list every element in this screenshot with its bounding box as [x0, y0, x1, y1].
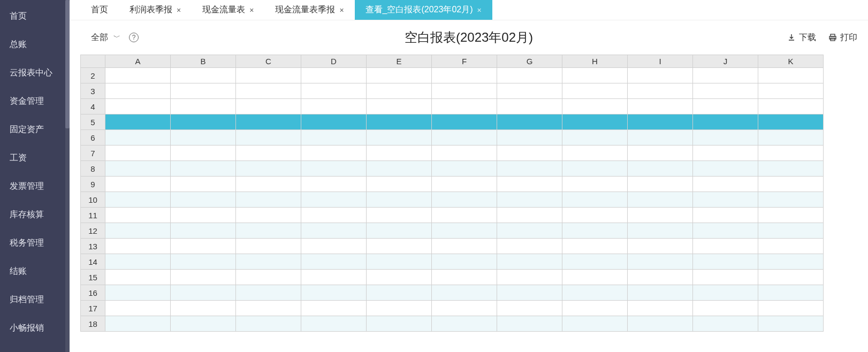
cell[interactable]	[693, 177, 758, 192]
cell[interactable]	[236, 208, 301, 223]
cell[interactable]	[562, 285, 628, 301]
row-header[interactable]: 14	[81, 254, 105, 270]
cell[interactable]	[628, 285, 693, 301]
cell[interactable]	[758, 68, 824, 83]
cell[interactable]	[628, 316, 693, 332]
cell[interactable]	[758, 239, 824, 254]
row-header[interactable]: 13	[81, 239, 105, 254]
cell[interactable]	[367, 130, 432, 146]
cell[interactable]	[562, 99, 628, 114]
cell[interactable]	[367, 301, 432, 316]
cell[interactable]	[367, 192, 432, 208]
cell[interactable]	[562, 208, 628, 223]
sidebar-item-fixed-assets[interactable]: 固定资产	[0, 116, 70, 144]
cell[interactable]	[497, 285, 562, 301]
cell[interactable]	[105, 254, 171, 270]
cell[interactable]	[497, 316, 562, 332]
cell[interactable]	[628, 192, 693, 208]
cell[interactable]	[301, 239, 367, 254]
cell[interactable]	[432, 239, 497, 254]
tab-profit-quarterly[interactable]: 利润表季报 ×	[119, 0, 192, 20]
cell[interactable]	[432, 83, 497, 99]
cell[interactable]	[628, 68, 693, 83]
cell[interactable]	[432, 285, 497, 301]
cell[interactable]	[301, 177, 367, 192]
cell[interactable]	[171, 68, 236, 83]
cell[interactable]	[758, 130, 824, 146]
cell[interactable]	[562, 130, 628, 146]
cell[interactable]	[367, 177, 432, 192]
cell[interactable]	[628, 208, 693, 223]
cell[interactable]	[497, 192, 562, 208]
cell[interactable]	[497, 68, 562, 83]
cell[interactable]	[367, 114, 432, 130]
cell[interactable]	[758, 99, 824, 114]
cell[interactable]	[367, 83, 432, 99]
cell[interactable]	[628, 270, 693, 285]
cell[interactable]	[497, 239, 562, 254]
cell[interactable]	[628, 146, 693, 161]
cell[interactable]	[693, 285, 758, 301]
help-icon[interactable]: ?	[129, 33, 139, 42]
cell[interactable]	[236, 68, 301, 83]
cell[interactable]	[693, 316, 758, 332]
download-button[interactable]: 下载	[787, 32, 816, 43]
tab-cashflow[interactable]: 现金流量表 ×	[192, 0, 264, 20]
cell[interactable]	[367, 254, 432, 270]
cell[interactable]	[562, 177, 628, 192]
row-header[interactable]: 8	[81, 161, 105, 177]
cell[interactable]	[367, 161, 432, 177]
cell[interactable]	[562, 239, 628, 254]
cell[interactable]	[693, 114, 758, 130]
cell[interactable]	[628, 114, 693, 130]
cell[interactable]	[236, 223, 301, 239]
sidebar-item-home[interactable]: 首页	[0, 2, 70, 30]
cell[interactable]	[693, 254, 758, 270]
cell[interactable]	[758, 177, 824, 192]
cell[interactable]	[171, 146, 236, 161]
cell[interactable]	[301, 285, 367, 301]
cell[interactable]	[628, 130, 693, 146]
cell[interactable]	[367, 285, 432, 301]
cell[interactable]	[367, 239, 432, 254]
cell[interactable]	[301, 254, 367, 270]
cell[interactable]	[301, 316, 367, 332]
cell[interactable]	[432, 254, 497, 270]
cell[interactable]	[301, 301, 367, 316]
cell[interactable]	[301, 114, 367, 130]
cell[interactable]	[693, 270, 758, 285]
cell[interactable]	[562, 301, 628, 316]
cell[interactable]	[562, 270, 628, 285]
row-header[interactable]: 9	[81, 177, 105, 192]
cell[interactable]	[693, 146, 758, 161]
cell[interactable]	[432, 130, 497, 146]
cell[interactable]	[497, 161, 562, 177]
cell[interactable]	[562, 146, 628, 161]
cell[interactable]	[171, 208, 236, 223]
cell[interactable]	[171, 254, 236, 270]
cell[interactable]	[236, 316, 301, 332]
cell[interactable]	[497, 146, 562, 161]
cell[interactable]	[105, 239, 171, 254]
close-icon[interactable]: ×	[339, 6, 344, 14]
cell[interactable]	[105, 208, 171, 223]
cell[interactable]	[562, 114, 628, 130]
cell[interactable]	[562, 161, 628, 177]
cell[interactable]	[105, 130, 171, 146]
cell[interactable]	[497, 270, 562, 285]
cell[interactable]	[171, 239, 236, 254]
sidebar-item-salary[interactable]: 工资	[0, 144, 70, 172]
cell[interactable]	[236, 192, 301, 208]
cell[interactable]	[628, 223, 693, 239]
column-header[interactable]: H	[562, 55, 628, 68]
cell[interactable]	[497, 208, 562, 223]
sidebar-item-archive[interactable]: 归档管理	[0, 286, 70, 314]
spreadsheet[interactable]: ABCDEFGHIJK23456789101112131415161718	[70, 55, 868, 352]
cell[interactable]	[301, 223, 367, 239]
cell[interactable]	[171, 316, 236, 332]
cell[interactable]	[628, 239, 693, 254]
sidebar-scrollbar-thumb[interactable]	[65, 0, 70, 128]
cell[interactable]	[236, 239, 301, 254]
cell[interactable]	[236, 114, 301, 130]
column-header[interactable]: J	[693, 55, 758, 68]
